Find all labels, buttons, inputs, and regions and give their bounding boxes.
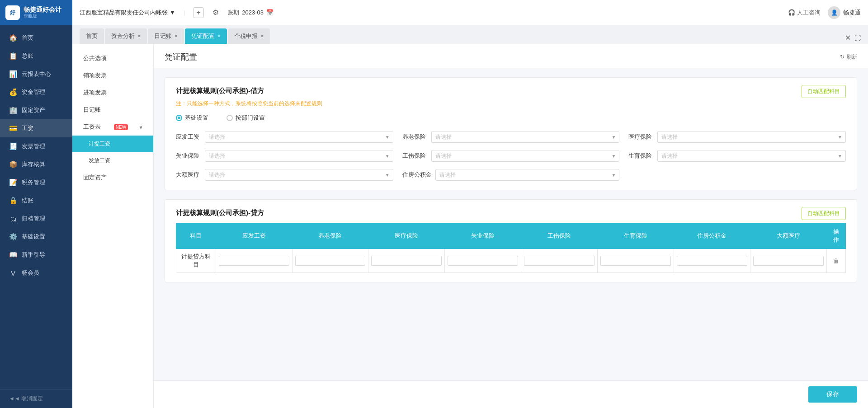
select-large_medical[interactable]: 请选择 <box>205 169 393 181</box>
left-menu-fixed_assets[interactable]: 固定资产 <box>72 169 153 186</box>
td-value-3 <box>445 249 521 273</box>
credit-auto-match-button[interactable]: 自动匹配科目 <box>802 207 846 220</box>
delete-row-icon[interactable]: 🗑 <box>833 257 839 264</box>
td-delete: 🗑 <box>826 249 845 273</box>
sidebar-collapse-btn[interactable]: ◄◄ 取消固定 <box>0 389 72 408</box>
period-selector[interactable]: 账期 2023-03 📅 <box>227 9 274 17</box>
save-button[interactable]: 保存 <box>808 386 857 403</box>
select-wrapper-medical: 请选择 ▼ <box>657 131 846 143</box>
calendar-icon: 📅 <box>266 9 274 16</box>
sidebar-item-basic[interactable]: ⚙️基础设置 <box>0 228 72 246</box>
left-menu-journal[interactable]: 日记账 <box>72 101 153 118</box>
cell-input-0-3[interactable] <box>448 256 518 266</box>
cell-input-0-1[interactable] <box>295 256 366 266</box>
select-medical[interactable]: 请选择 <box>657 131 846 143</box>
sidebar-item-ledger[interactable]: 📋总账 <box>0 47 72 65</box>
sidebar-item-archive[interactable]: 🗂归档管理 <box>0 210 72 228</box>
cell-input-0-7[interactable] <box>753 256 824 266</box>
th-失业保险: 失业保险 <box>445 223 521 249</box>
sidebar-item-member[interactable]: V畅会员 <box>0 264 72 282</box>
left-menu-pay_salary[interactable]: 发放工资 <box>72 152 153 169</box>
user-menu[interactable]: 👤 畅捷通 <box>828 6 861 19</box>
sidebar-item-home[interactable]: 🏠首页 <box>0 29 72 47</box>
sidebar-item-guide[interactable]: 📖新手引导 <box>0 246 72 264</box>
close-icon: 🔒 <box>9 197 17 205</box>
tab-close-all-icon[interactable]: ✕ <box>845 33 851 42</box>
th-操作: 操作 <box>826 223 845 249</box>
salary-icon: 💳 <box>9 124 17 132</box>
topbar-right: 🎧 人工咨询 👤 畅捷通 <box>788 6 861 19</box>
tab-journal[interactable]: 日记账× <box>148 28 184 44</box>
select-wrapper-unemployment: 请选择 ▼ <box>205 150 393 162</box>
cell-input-0-4[interactable] <box>524 256 594 266</box>
sidebar-item-invoice[interactable]: 🧾发票管理 <box>0 137 72 155</box>
th-应发工资: 应发工资 <box>216 223 292 249</box>
debit-section-title: 计提核算规则(公司承担)-借方 <box>176 87 846 95</box>
sidebar-item-reports[interactable]: 📊云报表中心 <box>0 65 72 83</box>
tab-voucher_config[interactable]: 凭证配置× <box>185 28 227 44</box>
refresh-icon: ↻ <box>840 54 844 60</box>
tab-expand-icon[interactable]: ⛶ <box>854 34 861 42</box>
main-content: 自动匹配科目 计提核算规则(公司承担)-借方 注：只能选择一种方式，系统将按照您… <box>154 68 868 380</box>
th-工伤保险: 工伤保险 <box>521 223 598 249</box>
inventory-icon: 📦 <box>9 160 17 169</box>
debit-auto-match-button[interactable]: 自动匹配科目 <box>802 85 846 98</box>
field-large_medical: 大额医疗 请选择 ▼ <box>176 169 393 181</box>
left-menu-calc_salary[interactable]: 计提工资 <box>72 136 153 152</box>
left-menu-salary_table[interactable]: 工资表NEW∨ <box>72 118 153 136</box>
right-content: 凭证配置 ↻ 刷新 自动匹配科目 计提核算规则(公司承担)-借方 注：只能选择一… <box>154 44 868 408</box>
th-科目: 科目 <box>176 223 216 249</box>
tab-home[interactable]: 首页 <box>80 28 104 44</box>
select-unemployment[interactable]: 请选择 <box>205 150 393 162</box>
refresh-button[interactable]: ↻ 刷新 <box>840 53 857 61</box>
select-pension[interactable]: 请选择 <box>431 131 620 143</box>
sidebar-item-tax[interactable]: 📝税务管理 <box>0 174 72 192</box>
company-selector[interactable]: 江西服宝精品有限责任公司内账张 ▼ <box>80 9 175 17</box>
sidebar-item-funds[interactable]: 💰资金管理 <box>0 83 72 101</box>
radio-basic[interactable]: 基础设置 <box>176 114 208 122</box>
content-area: 公共选项销项发票进项发票日记账工资表NEW∨计提工资发放工资固定资产 凭证配置 … <box>72 44 868 408</box>
left-menu-sales_invoice[interactable]: 销项发票 <box>72 67 153 84</box>
sidebar: 好 畅捷通好会计 旗舰版 🏠首页📋总账📊云报表中心💰资金管理🏢固定资产💳工资🧾发… <box>0 0 72 408</box>
field-maternity: 生育保险 请选择 ▼ <box>628 150 846 162</box>
field-pension: 养老保险 请选择 ▼ <box>402 131 620 143</box>
badge-new: NEW <box>114 124 128 130</box>
cell-input-0-5[interactable] <box>600 256 671 266</box>
tab-tax_return[interactable]: 个税申报× <box>228 28 270 44</box>
tab-close-voucher_config[interactable]: × <box>217 33 221 39</box>
cell-input-0-6[interactable] <box>677 256 747 266</box>
cell-input-0-0[interactable] <box>219 256 289 266</box>
select-maternity[interactable]: 请选择 <box>657 150 846 162</box>
select-housing_fund[interactable]: 请选择 <box>435 169 620 181</box>
field-housing_fund: 住房公积金 请选择 ▼ <box>402 169 620 181</box>
left-menu-public[interactable]: 公共选项 <box>72 50 153 67</box>
td-value-7 <box>750 249 826 273</box>
tab-fund_analysis[interactable]: 资金分析× <box>105 28 147 44</box>
radio-dept[interactable]: 按部门设置 <box>226 114 265 122</box>
field-work_injury: 工伤保险 请选择 ▼ <box>402 150 620 162</box>
field-label-unemployment: 失业保险 <box>176 152 201 160</box>
archive-icon: 🗂 <box>9 215 17 223</box>
chevron-icon: ∨ <box>139 125 142 130</box>
tab-close-fund_analysis[interactable]: × <box>137 33 141 39</box>
tab-close-tax_return[interactable]: × <box>260 33 264 39</box>
select-work_injury[interactable]: 请选择 <box>431 150 620 162</box>
radio-basic-circle[interactable] <box>176 115 182 121</box>
td-value-5 <box>598 249 674 273</box>
invoice-icon: 🧾 <box>9 142 17 150</box>
select-wrapper-maternity: 请选择 ▼ <box>657 150 846 162</box>
tab-close-journal[interactable]: × <box>175 33 178 39</box>
cell-input-0-2[interactable] <box>371 256 442 266</box>
add-company-button[interactable]: + <box>193 7 204 18</box>
select-basic_salary[interactable]: 请选择 <box>205 131 393 143</box>
sidebar-item-close[interactable]: 🔒结账 <box>0 192 72 210</box>
sidebar-item-salary[interactable]: 💳工资 <box>0 119 72 137</box>
sidebar-item-inventory[interactable]: 📦库存核算 <box>0 155 72 174</box>
settings-icon[interactable]: ⚙ <box>209 6 222 19</box>
left-menu-purchase_invoice[interactable]: 进项发票 <box>72 84 153 101</box>
radio-dept-circle[interactable] <box>226 115 233 121</box>
sidebar-item-assets[interactable]: 🏢固定资产 <box>0 101 72 119</box>
help-button[interactable]: 🎧 人工咨询 <box>788 9 821 17</box>
th-住房公积金: 住房公积金 <box>674 223 750 249</box>
td-value-6 <box>674 249 750 273</box>
